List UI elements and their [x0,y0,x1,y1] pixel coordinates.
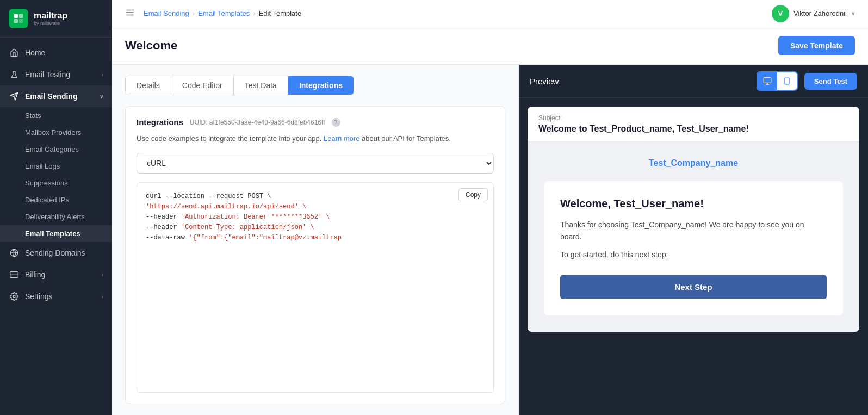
code-line-5: --data-raw '{"from":{"email":"mailtrap@v… [146,233,485,243]
send-test-button[interactable]: Send Test [804,73,857,90]
email-subject-bar: Subject: Welcome to Test_Product_name, T… [528,107,859,142]
logo: mailtrap by railsware [0,0,112,38]
tab-details[interactable]: Details [126,76,171,95]
uuid-text: UUID: af1fe550-3aae-4e40-9a66-6d8feb4616… [190,119,325,126]
preview-content: Subject: Welcome to Test_Product_name, T… [519,98,868,415]
flask-icon [9,69,20,80]
next-step-button[interactable]: Next Step [560,275,827,299]
breadcrumb-current: Edit Template [259,9,302,17]
sidebar-item-mailbox-providers[interactable]: Mailbox Providers [0,124,112,141]
sidebar-item-stats[interactable]: Stats [0,107,112,124]
email-text-2: To get started, do this next step: [560,249,827,261]
sidebar-nav: Home Email Testing › Email Sending ∨ Sta… [0,38,112,415]
sidebar-item-label-home: Home [25,48,45,57]
tab-integrations[interactable]: Integrations [288,76,354,95]
split-view: Details Code Editor Test Data Integratio… [112,65,868,415]
mobile-view-button[interactable] [777,72,797,90]
chevron-right-billing-icon: › [102,272,103,278]
desktop-view-button[interactable] [758,72,777,90]
send-icon [9,91,20,102]
sidebar-item-home[interactable]: Home [0,42,112,64]
page-title: Welcome [125,39,177,53]
email-text-1: Thanks for choosing Test_Company_name! W… [560,219,827,243]
email-company: Test_Company_name [544,158,843,168]
email-body: Test_Company_name Welcome, Test_User_nam… [528,142,859,332]
left-panel: Details Code Editor Test Data Integratio… [112,65,519,415]
breadcrumb: Email Sending › Email Templates › Edit T… [144,9,768,17]
tab-code-editor[interactable]: Code Editor [171,76,233,95]
email-subject-value: Welcome to Test_Product_name, Test_User_… [538,124,848,134]
language-dropdown[interactable]: cURL Node.js PHP Ruby Python [137,153,494,174]
logo-icon [9,9,28,28]
right-panel: Preview: Send Test [519,65,868,415]
chevron-down-icon: ∨ [100,94,103,100]
view-toggle [757,71,798,91]
svg-rect-1 [19,14,23,18]
code-line-3: --header 'Authorization: Bearer ********… [146,212,485,222]
sidebar-item-billing[interactable]: Billing › [0,264,112,286]
tab-bar: Details Code Editor Test Data Integratio… [125,76,354,95]
tab-test-data[interactable]: Test Data [233,76,288,95]
preview-label: Preview: [530,77,561,86]
email-greeting: Welcome, Test_User_name! [560,197,827,210]
sidebar-item-suppressions[interactable]: Suppressions [0,175,112,191]
billing-icon [9,269,20,280]
sidebar-item-label-billing: Billing [25,270,45,279]
user-area[interactable]: V Viktor Zahorodnii ∨ [772,5,855,22]
code-line-2: 'https://send.api.mailtrap.io/api/send' … [146,202,485,212]
avatar: V [772,5,789,22]
preview-controls: Send Test [757,71,857,91]
breadcrumb-sep-2: › [253,9,255,17]
gear-icon [9,291,20,302]
svg-rect-14 [764,78,771,83]
code-line-1: curl --location --request POST \ [146,191,485,202]
svg-rect-2 [14,19,18,23]
menu-icon[interactable] [125,8,135,20]
sidebar-item-label-email-sending: Email Sending [25,92,77,101]
dropdown-container: cURL Node.js PHP Ruby Python [137,153,494,174]
integrations-title: Integrations [137,117,183,127]
logo-name: mailtrap [34,11,67,21]
svg-rect-8 [10,272,18,278]
help-icon[interactable]: ? [332,118,340,127]
breadcrumb-email-sending[interactable]: Email Sending [144,9,189,17]
sidebar-item-label-email-testing: Email Testing [25,70,70,79]
email-preview-card: Subject: Welcome to Test_Product_name, T… [528,107,859,332]
user-name: Viktor Zahorodnii [793,9,847,17]
sidebar-item-email-sending[interactable]: Email Sending ∨ [0,85,112,107]
sidebar-item-label-sending-domains: Sending Domains [25,249,85,257]
chevron-down-user-icon: ∨ [851,10,855,16]
copy-button[interactable]: Copy [458,188,488,201]
sidebar-item-sending-domains[interactable]: Sending Domains [0,242,112,264]
breadcrumb-email-templates[interactable]: Email Templates [198,9,250,17]
home-icon [9,47,20,58]
email-main-box: Welcome, Test_User_name! Thanks for choo… [544,181,843,315]
svg-rect-3 [19,19,23,23]
email-subject-label: Subject: [538,114,848,122]
learn-more-link[interactable]: Learn more [324,134,359,143]
sidebar-item-email-logs[interactable]: Email Logs [0,158,112,175]
topbar: Email Sending › Email Templates › Edit T… [112,0,868,27]
sidebar-item-email-categories[interactable]: Email Categories [0,141,112,158]
content-header: Welcome Save Template [112,27,868,65]
logo-text: mailtrap by railsware [34,11,67,26]
preview-header: Preview: Send Test [519,65,868,98]
content-area: Welcome Save Template Details Code Edito… [112,27,868,415]
sidebar: mailtrap by railsware Home Email Testing… [0,0,112,415]
sidebar-item-email-testing[interactable]: Email Testing › [0,64,112,85]
svg-point-10 [13,295,15,298]
sidebar-item-settings[interactable]: Settings › [0,286,112,307]
integrations-header: Integrations UUID: af1fe550-3aae-4e40-9a… [137,117,494,127]
main-content: Email Sending › Email Templates › Edit T… [112,0,868,415]
code-block: Copy curl --location --request POST \ 'h… [137,182,494,393]
svg-rect-0 [14,14,18,18]
save-template-button[interactable]: Save Template [778,36,855,55]
code-line-4: --header 'Content-Type: application/json… [146,222,485,233]
integrations-card: Integrations UUID: af1fe550-3aae-4e40-9a… [125,106,505,404]
integrations-desc: Use code examples to integrate the templ… [137,133,494,144]
sidebar-item-dedicated-ips[interactable]: Dedicated IPs [0,191,112,208]
sidebar-item-email-templates[interactable]: Email Templates [0,225,112,242]
sidebar-item-deliverability-alerts[interactable]: Deliverability Alerts [0,208,112,225]
logo-sub: by railsware [34,21,67,26]
globe-icon [9,247,20,258]
